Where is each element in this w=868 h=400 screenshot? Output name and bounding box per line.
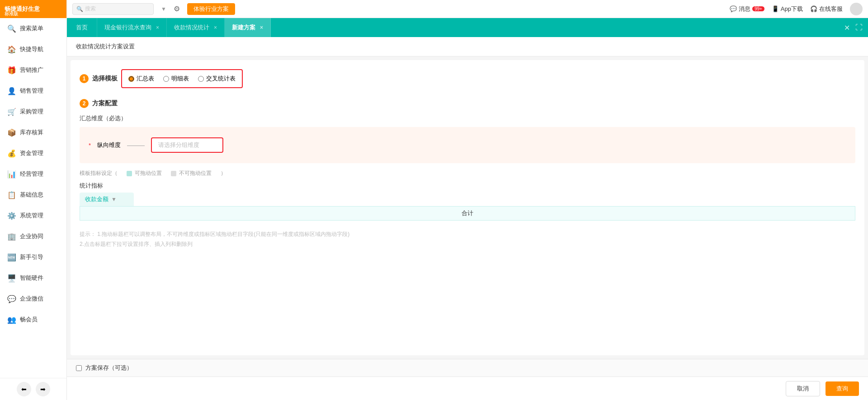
step2-label: 方案配置 (92, 99, 118, 108)
tabbar-right-icons: ✕ ⛶ (839, 18, 868, 37)
radio-cross-label: 交叉统计表 (206, 75, 236, 83)
radio-summary[interactable]: 汇总表 (128, 75, 154, 83)
money-icon: 💰 (7, 149, 16, 158)
sidebar-item-hardware[interactable]: 🖥️ 智能硬件 (0, 268, 66, 288)
sidebar-item-label: 新手引导 (20, 253, 43, 261)
step1-num: 1 (80, 74, 89, 83)
breadcrumb-text: 收款情况统计方案设置 (76, 43, 135, 50)
service-btn[interactable]: 🎧 在线客服 (810, 5, 843, 13)
legend-draggable-label: 可拖动位置 (135, 169, 162, 177)
service-icon: 🎧 (810, 5, 817, 12)
search-placeholder-text: 搜索 (85, 5, 96, 13)
search-icon: 🔍 (76, 6, 83, 12)
tab-home[interactable]: 首页 (67, 18, 97, 37)
home-icon: 🏠 (7, 45, 16, 54)
radio-detail-input[interactable] (163, 76, 169, 82)
sidebar-item-inventory[interactable]: 📦 库存核算 (0, 122, 66, 143)
box-icon: 📦 (7, 128, 16, 137)
sidebar-item-purchase[interactable]: 🛒 采购管理 (0, 101, 66, 122)
sidebar-item-label: 销售管理 (20, 87, 43, 95)
tab-bank-flow-close[interactable]: × (156, 24, 159, 31)
sidebar-bottom-icon-right[interactable]: ➡ (36, 382, 50, 396)
tab-new-plan-close[interactable]: × (260, 24, 263, 31)
message-btn[interactable]: 💬 消息 99+ (730, 5, 764, 13)
sidebar-item-search-menu[interactable]: 🔍 搜索菜单 (0, 18, 66, 39)
sidebar-item-operations[interactable]: 📊 经营管理 (0, 164, 66, 184)
user-avatar[interactable] (850, 3, 863, 15)
hint-1: 提示： 1.拖动标题栏可以调整布局，不可跨维度或指标区域拖动栏目字段(只能在同一… (80, 230, 855, 240)
sidebar-bottom-icon-left[interactable]: ⬅ (17, 382, 31, 396)
config-section: 汇总维度（必选） * 纵向维度 ——— 请选择分组维度 (80, 114, 855, 249)
sidebar-item-sales[interactable]: 👤 销售管理 (0, 80, 66, 101)
indicator-section: 模板指标设定（ 可拖动位置 不可拖动位置 ） (80, 169, 855, 221)
sidebar-item-label: 企业微信 (20, 295, 43, 303)
download-btn[interactable]: 📱 App下载 (772, 5, 803, 13)
sidebar-item-label: 库存核算 (20, 128, 43, 136)
sidebar-item-label: 基础信息 (20, 191, 43, 199)
maximize-icon[interactable]: ⛶ (855, 24, 863, 32)
tab-collection-stat-close[interactable]: × (214, 24, 217, 31)
sidebar-item-basic[interactable]: 📋 基础信息 (0, 184, 66, 205)
step1-title: 1 选择模板 汇总表 明细表 (80, 69, 855, 88)
tab-bank-flow[interactable]: 现金银行流水查询 × (97, 18, 167, 37)
tab-collection-stat-label: 收款情况统计 (174, 24, 209, 32)
step2-block: 2 方案配置 汇总维度（必选） * 纵向维度 ——— 请选择分组维度 (80, 99, 855, 249)
sidebar-item-member[interactable]: 👥 畅会员 (0, 309, 66, 330)
sidebar: 畅捷通好生意 标准版 🔍 搜索菜单 🏠 快捷导航 🎁 营销推广 👤 销售管理 🛒… (0, 0, 67, 400)
sidebar-item-label: 资金管理 (20, 149, 43, 157)
sidebar-item-newbie[interactable]: 🆕 新手引导 (0, 247, 66, 268)
sidebar-logo: 畅捷通好生意 标准版 (0, 0, 66, 18)
tab-new-plan[interactable]: 新建方案 × (225, 18, 271, 37)
sidebar-item-enterprise[interactable]: 🏢 企业协同 (0, 226, 66, 247)
radio-detail[interactable]: 明细表 (163, 75, 189, 83)
radio-cross-input[interactable] (198, 76, 204, 82)
topbar: 🔍 搜索 ▼ ⚙ 体验行业方案 💬 消息 99+ 📱 App下载 🎧 在线客服 (67, 0, 868, 18)
sidebar-item-quick-nav[interactable]: 🏠 快捷导航 (0, 39, 66, 60)
dimension-area: * 纵向维度 ——— 请选择分组维度 (80, 127, 855, 163)
indicator-cell-total: 合计 (80, 206, 855, 221)
indicator-header: 模板指标设定（ 可拖动位置 不可拖动位置 ） (80, 169, 855, 177)
search-box[interactable]: 🔍 搜索 (72, 3, 154, 15)
sidebar-bottom: ⬅ ➡ (0, 378, 66, 400)
cancel-button[interactable]: 取消 (786, 381, 820, 396)
save-plan-checkbox[interactable] (76, 365, 82, 371)
sidebar-item-label: 搜索菜单 (20, 24, 43, 33)
radio-cross[interactable]: 交叉统计表 (198, 75, 236, 83)
sidebar-item-marketing[interactable]: 🎁 营销推广 (0, 60, 66, 80)
sidebar-item-label: 经营管理 (20, 170, 43, 178)
message-badge: 99+ (752, 6, 764, 11)
chevron-down-icon[interactable]: ▼ (161, 6, 166, 12)
indicator-dropdown-icon[interactable]: ▼ (111, 196, 117, 202)
indicator-header-end: ） (221, 169, 226, 177)
settings-icon[interactable]: ⚙ (174, 5, 180, 13)
indicator-header-label: 模板指标设定（ (80, 169, 118, 177)
topbar-right: 💬 消息 99+ 📱 App下载 🎧 在线客服 (730, 3, 863, 15)
building-icon: 🏢 (7, 232, 16, 241)
query-button[interactable]: 查询 (826, 381, 859, 396)
dimension-row: * 纵向维度 ——— 请选择分组维度 (89, 137, 846, 153)
radio-group-template: 汇总表 明细表 交叉统计表 (128, 75, 236, 83)
tab-home-label: 首页 (76, 24, 88, 32)
sidebar-item-finance[interactable]: 💰 资金管理 (0, 143, 66, 164)
tabbar: 首页 现金银行流水查询 × 收款情况统计 × 新建方案 × ✕ ⛶ (67, 18, 868, 37)
radio-summary-input[interactable] (128, 76, 134, 82)
tab-collection-stat[interactable]: 收款情况统计 × (167, 18, 225, 37)
bottom-bar: 取消 查询 (67, 376, 868, 400)
dimension-arrow: ——— (127, 142, 145, 149)
dimension-placeholder: 请选择分组维度 (158, 141, 199, 148)
step1-label: 选择模板 (92, 75, 118, 83)
required-mark: * (89, 142, 91, 149)
monitor-icon: 🖥️ (7, 274, 16, 282)
legend-fixed-dot (171, 171, 176, 176)
dimension-section-label: 汇总维度（必选） (80, 114, 855, 122)
sidebar-item-label: 智能硬件 (20, 274, 43, 282)
hint-2: 2.点击标题栏下拉可设置排序、插入列和删除列 (80, 240, 855, 249)
dimension-input-box[interactable]: 请选择分组维度 (151, 137, 223, 153)
close-all-icon[interactable]: ✕ (844, 24, 850, 32)
sidebar-item-system[interactable]: ⚙️ 系统管理 (0, 205, 66, 226)
industry-btn[interactable]: 体验行业方案 (187, 3, 235, 15)
sidebar-item-label: 畅会员 (20, 315, 38, 324)
sales-icon: 👤 (7, 87, 16, 95)
footer: 方案保存（可选） (67, 359, 868, 376)
sidebar-item-wechat[interactable]: 💬 企业微信 (0, 288, 66, 309)
